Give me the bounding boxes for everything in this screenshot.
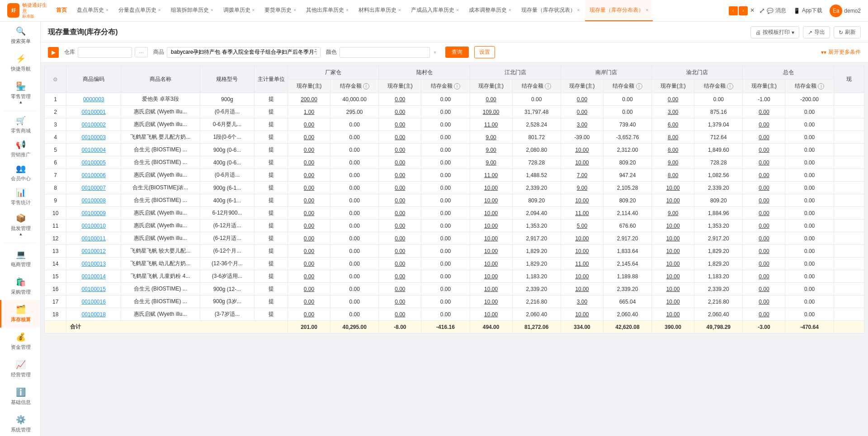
- expand-more-btn[interactable]: ▾▾ 展开更多条件: [821, 48, 861, 56]
- tab-close[interactable]: ×: [398, 8, 401, 13]
- row-tot-qty[interactable]: 0.00: [743, 182, 785, 194]
- export-btn[interactable]: ↗ 导出: [803, 26, 830, 38]
- search-expand-btn[interactable]: ▶: [48, 47, 59, 58]
- row-na-qty[interactable]: 10.00: [561, 283, 603, 295]
- sidebar-item-零售管理[interactable]: 🏪 零售管理 ▲: [0, 77, 40, 109]
- tab-close[interactable]: ×: [646, 8, 648, 13]
- row-tot-qty[interactable]: 0.00: [743, 169, 785, 182]
- row-yb-qty[interactable]: 9.00: [652, 207, 694, 220]
- row-yb-qty[interactable]: 8.00: [652, 144, 694, 156]
- message-btn[interactable]: 💬 消息: [767, 7, 786, 14]
- row-na-qty[interactable]: 11.00: [561, 258, 603, 270]
- row-tot-qty[interactable]: 0.00: [743, 245, 785, 258]
- row-jb-qty[interactable]: 10.00: [470, 182, 512, 194]
- row-lc-qty[interactable]: 0.00: [379, 207, 421, 220]
- row-na-qty[interactable]: 11.00: [561, 207, 603, 220]
- row-na-qty[interactable]: 10.00: [561, 156, 603, 169]
- row-lc-qty[interactable]: 0.00: [379, 295, 421, 308]
- tab-产成品入库单历史[interactable]: 产成品入库单历史×: [406, 0, 463, 21]
- row-lc-qty[interactable]: 0.00: [379, 283, 421, 295]
- tab-其他出库单历史[interactable]: 其他出库单历史×: [302, 0, 353, 21]
- tab-调拨单历史[interactable]: 调拨单历史×: [219, 0, 259, 21]
- row-yb-qty[interactable]: 10.00: [652, 232, 694, 245]
- row-jb-qty[interactable]: 10.00: [470, 283, 512, 295]
- nav-close[interactable]: ×: [749, 6, 756, 15]
- sidebar-item-基础信息[interactable]: ℹ️ 基础信息: [0, 383, 40, 410]
- row-yb-qty[interactable]: 10.00: [652, 258, 694, 270]
- row-jb-qty[interactable]: 10.00: [470, 232, 512, 245]
- settings-btn[interactable]: 设置: [474, 46, 495, 58]
- row-yb-qty[interactable]: 10.00: [652, 245, 694, 258]
- sidebar-item-经营管理[interactable]: 📈 经营管理: [0, 355, 40, 383]
- tab-现存量（库存分布表）[interactable]: 现存量（库存分布表）×: [585, 0, 653, 21]
- row-tot-qty[interactable]: 0.00: [743, 220, 785, 232]
- row-yb-qty[interactable]: 6.00: [652, 118, 694, 131]
- row-jb-qty[interactable]: 10.00: [470, 245, 512, 258]
- user-menu[interactable]: Ea demo2: [830, 5, 861, 17]
- row-na-qty[interactable]: 10.00: [561, 232, 603, 245]
- warehouse-input[interactable]: [78, 47, 132, 58]
- row-lc-qty[interactable]: 0.00: [379, 169, 421, 182]
- tab-close[interactable]: ×: [509, 8, 511, 13]
- row-na-qty[interactable]: 0.00: [561, 93, 603, 106]
- row-tot-qty[interactable]: 0.00: [743, 283, 785, 295]
- row-cj-qty[interactable]: 0.00: [288, 245, 330, 258]
- row-na-qty[interactable]: 0.00: [561, 106, 603, 118]
- row-tot-qty[interactable]: 0.00: [743, 131, 785, 144]
- sidebar-item-零售统计[interactable]: 📊 零售统计: [0, 185, 40, 209]
- tab-组装拆卸单历史[interactable]: 组装拆卸单历史×: [166, 0, 218, 21]
- row-yb-qty[interactable]: 0.00: [652, 93, 694, 106]
- tab-close[interactable]: ×: [346, 8, 349, 13]
- app-download-btn[interactable]: 📱 App下载: [793, 7, 822, 14]
- info-icon4[interactable]: i: [636, 83, 642, 89]
- row-cj-qty[interactable]: 0.00: [288, 232, 330, 245]
- row-yb-qty[interactable]: 10.00: [652, 194, 694, 207]
- nav-fullscreen[interactable]: ⤢: [757, 6, 767, 15]
- row-jb-qty[interactable]: 9.00: [470, 156, 512, 169]
- tab-close[interactable]: ×: [293, 8, 296, 13]
- tab-close[interactable]: ×: [158, 8, 161, 13]
- row-na-qty[interactable]: 3.00: [561, 118, 603, 131]
- info-icon2[interactable]: i: [454, 83, 460, 89]
- row-yb-qty[interactable]: 10.00: [652, 220, 694, 232]
- info-icon3[interactable]: i: [545, 83, 551, 89]
- tab-要货单历史[interactable]: 要货单历史×: [260, 0, 301, 21]
- info-icon6[interactable]: i: [818, 83, 824, 89]
- row-lc-qty[interactable]: 0.00: [379, 118, 421, 131]
- row-yb-qty[interactable]: 10.00: [652, 283, 694, 295]
- row-cj-qty[interactable]: 0.00: [288, 270, 330, 283]
- row-na-qty[interactable]: 10.00: [561, 308, 603, 321]
- row-yb-qty[interactable]: 8.00: [652, 131, 694, 144]
- row-na-qty[interactable]: 10.00: [561, 194, 603, 207]
- query-btn[interactable]: 查询: [445, 47, 469, 58]
- row-jb-qty[interactable]: 109.00: [470, 106, 512, 118]
- row-tot-qty[interactable]: 0.00: [743, 144, 785, 156]
- row-tot-qty[interactable]: 0.00: [743, 258, 785, 270]
- row-lc-qty[interactable]: 0.00: [379, 106, 421, 118]
- tab-close[interactable]: ×: [252, 8, 255, 13]
- row-jb-qty[interactable]: 10.00: [470, 295, 512, 308]
- tab-close[interactable]: ×: [106, 8, 108, 13]
- row-tot-qty[interactable]: 0.00: [743, 194, 785, 207]
- row-yb-qty[interactable]: 10.00: [652, 270, 694, 283]
- tab-close[interactable]: ×: [211, 8, 213, 13]
- sidebar-item-快捷导航[interactable]: ⚡ 快捷导航: [0, 49, 40, 77]
- row-jb-qty[interactable]: 10.00: [470, 258, 512, 270]
- color-dropdown-icon[interactable]: ▾: [434, 49, 436, 56]
- row-jb-qty[interactable]: 10.00: [470, 308, 512, 321]
- row-lc-qty[interactable]: 0.00: [379, 156, 421, 169]
- row-tot-qty[interactable]: 0.00: [743, 308, 785, 321]
- row-jb-qty[interactable]: 10.00: [470, 207, 512, 220]
- row-tot-qty[interactable]: 0.00: [743, 207, 785, 220]
- row-cj-qty[interactable]: 0.00: [288, 131, 330, 144]
- sidebar-item-零售商城[interactable]: 🛒 零售商城: [0, 113, 40, 137]
- color-input[interactable]: [340, 47, 430, 58]
- row-na-qty[interactable]: 7.00: [561, 169, 603, 182]
- row-cj-qty[interactable]: 0.00: [288, 207, 330, 220]
- tab-首页[interactable]: 首页: [52, 0, 71, 21]
- sidebar-item-系统管理[interactable]: ⚙️ 系统管理: [0, 410, 40, 436]
- row-cj-qty[interactable]: 0.00: [288, 144, 330, 156]
- row-cj-qty[interactable]: 1.00: [288, 106, 330, 118]
- tab-close[interactable]: ×: [577, 8, 580, 13]
- row-jb-qty[interactable]: 10.00: [470, 270, 512, 283]
